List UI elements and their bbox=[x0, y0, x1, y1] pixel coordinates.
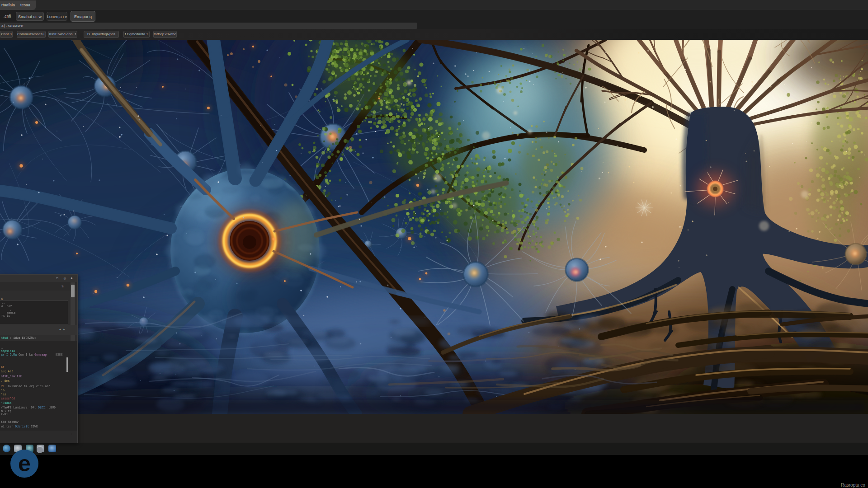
svg-text:e: e bbox=[18, 451, 31, 476]
